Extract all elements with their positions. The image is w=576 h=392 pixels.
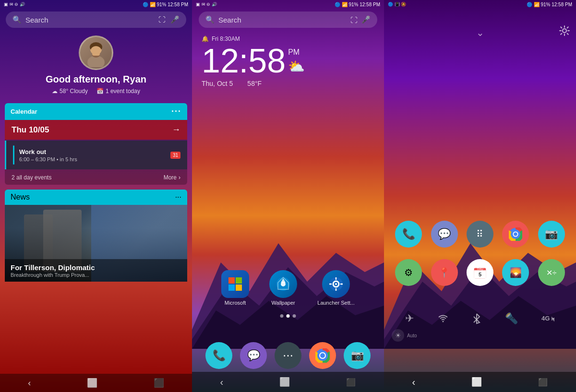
event-time: 6:00 – 6:30 PM • in 5 hrs [19, 156, 166, 162]
p3-left-icons: 🔵 📳 🔕 [388, 2, 406, 7]
news-title-overlay: For Tillerson, Diplomatic Breakthrough w… [5, 259, 187, 282]
phone-icon-2: 📞 [213, 349, 226, 362]
news-article-title: For Tillerson, Diplomatic [11, 263, 181, 273]
toggle-bluetooth[interactable] [472, 313, 481, 324]
page-dot-1[interactable] [280, 314, 284, 318]
grid-hackerman[interactable]: ⚙ [395, 259, 422, 286]
brightness-icon-circle[interactable]: ☀ [392, 329, 404, 342]
grid-calendar[interactable]: 5 THU [467, 259, 493, 286]
search-bar-1[interactable]: 🔍 Search ⛶ 🎤 [6, 12, 186, 28]
svg-rect-10 [228, 277, 235, 284]
event-badge: 31 [170, 152, 180, 159]
hack-icon: ⚙ [404, 267, 413, 278]
dock-phone-2[interactable]: 📞 [205, 342, 232, 369]
nav-bar-2: ‹ ⬜ ⬛ [192, 372, 384, 392]
svg-rect-12 [228, 285, 235, 291]
back-button-3[interactable]: ‹ [404, 374, 424, 391]
dock-bar-2: 📞 💬 ⋯ 📷 [192, 339, 384, 372]
toggle-flashlight[interactable]: 🔦 [505, 312, 518, 325]
dock-apps-2[interactable]: ⋯ [275, 342, 301, 369]
toggle-wifi[interactable] [437, 313, 449, 324]
grid-camera[interactable]: 📷 [538, 221, 565, 248]
camera-circle: 📷 [538, 221, 565, 248]
grid-maps[interactable]: 📍 [431, 259, 458, 286]
bluetooth-icon [472, 313, 481, 324]
page-dot-3[interactable] [293, 314, 296, 318]
grid-messages[interactable]: 💬 [431, 221, 458, 248]
search-icon: 🔍 [12, 15, 22, 24]
app-icons-row: Microsoft Wallpaper [192, 270, 384, 306]
app-item-microsoft[interactable]: Microsoft [221, 270, 249, 306]
quick-toggles: ✈ 🔦 4G [384, 312, 576, 325]
toggle-4g[interactable]: 4G [541, 314, 555, 323]
events-info: 📅 1 event today [96, 88, 140, 95]
settings-gear-icon[interactable] [559, 25, 570, 36]
news-image[interactable]: For Tillerson, Diplomatic Breakthrough w… [5, 205, 187, 282]
microsoft-icon [221, 270, 249, 298]
news-more-dots[interactable]: ··· [175, 193, 181, 202]
maps-icon: 📍 [438, 267, 450, 278]
expand-icon-2[interactable]: ⛶ [350, 16, 358, 24]
grid-gallery[interactable]: 🌄 [502, 259, 529, 286]
airplane-icon: ✈ [405, 312, 414, 325]
alarm-icon: 🔔 [202, 36, 209, 42]
chrome-icon-3 [509, 227, 522, 241]
app-item-wallpaper[interactable]: Wallpaper [269, 270, 297, 306]
svg-point-16 [281, 282, 286, 286]
auto-brightness-row: ☀ Auto [392, 329, 417, 342]
home-button-2[interactable]: ⬜ [271, 374, 299, 390]
event-row[interactable]: Work out 6:00 – 6:30 PM • in 5 hrs 31 [5, 141, 187, 169]
event-color-indicator [13, 145, 14, 165]
svg-point-31 [563, 29, 566, 33]
page-dots [280, 314, 296, 318]
page-dot-2[interactable] [287, 314, 290, 318]
grid-phone[interactable]: 📞 [395, 221, 422, 248]
wifi-icon [437, 313, 449, 324]
recent-button-1[interactable]: ⬛ [145, 375, 173, 391]
p2-right-info: 🔵 📶 91% 12:58 PM [335, 2, 380, 7]
brightness-icon: ☀ [395, 332, 401, 339]
grid-chrome[interactable] [502, 221, 529, 248]
maps-circle: 📍 [431, 259, 458, 286]
recent-button-3[interactable]: ⬛ [529, 375, 556, 390]
camera-icon-2: 📷 [351, 349, 364, 362]
status-right-info: 🔵 📶 91% 12:58 PM [143, 2, 188, 7]
expand-icon[interactable]: ⛶ [158, 15, 166, 24]
calendar-more-dots[interactable]: ··· [171, 107, 181, 117]
news-article-sub: Breakthrough with Trump Prova... [11, 272, 181, 278]
calc-icon: ✕÷ [546, 268, 557, 277]
dock-camera-2[interactable]: 📷 [344, 342, 371, 369]
svg-point-19 [335, 283, 337, 285]
search-bar-2[interactable]: 🔍 Search ⛶ 🎤 [199, 12, 377, 28]
svg-text:THU: THU [477, 267, 483, 271]
more-button[interactable]: More › [164, 174, 180, 181]
mic-icon-2[interactable]: 🎤 [361, 15, 371, 24]
home-button-1[interactable]: ⬜ [78, 375, 106, 391]
news-card: News ··· For Tillerson, Diplomatic Break… [5, 190, 187, 282]
news-header: News ··· [5, 190, 187, 205]
toggle-airplane[interactable]: ✈ [405, 312, 414, 325]
app-item-launcher[interactable]: Launcher Sett... [317, 270, 355, 306]
calendar-date: Thu 10/05 [12, 125, 49, 135]
grid-calc[interactable]: ✕÷ [538, 259, 565, 286]
dock-chrome-2[interactable] [309, 342, 336, 369]
back-button-2[interactable]: ‹ [212, 374, 232, 391]
avatar [79, 36, 113, 70]
all-day-count: 2 all day events [12, 174, 51, 181]
dock-messages-2[interactable]: 💬 [240, 342, 267, 369]
mic-icon[interactable]: 🎤 [170, 15, 180, 24]
home-button-3[interactable]: ⬜ [463, 374, 491, 390]
calendar-date-row[interactable]: Thu 10/05 → [5, 120, 187, 140]
p3-right-info: 🔵 📶 91% 12:58 PM [527, 2, 572, 7]
svg-rect-6 [92, 52, 100, 56]
grid-apps[interactable]: ⠿ [467, 221, 493, 248]
back-button-1[interactable]: ‹ [19, 375, 39, 391]
apps-grid-icon-2: ⋯ [283, 349, 293, 362]
nav-bar-1: ‹ ⬜ ⬛ [0, 374, 192, 392]
gallery-icon: 🌄 [510, 267, 522, 278]
greeting-text: Good afternoon, Ryan [46, 74, 146, 85]
wallpaper-icon [269, 270, 297, 298]
recent-button-2[interactable]: ⬛ [337, 375, 364, 390]
p2-left-icons: ▣ ✉ ⊖ 🔊 [196, 2, 217, 7]
status-bar-2: ▣ ✉ ⊖ 🔊 🔵 📶 91% 12:58 PM [192, 0, 384, 9]
